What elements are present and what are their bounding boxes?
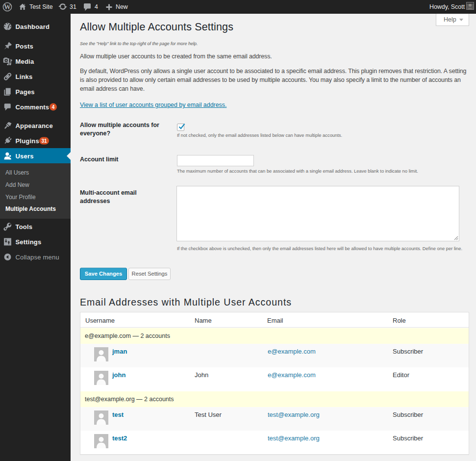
- svg-text:W: W: [4, 3, 11, 11]
